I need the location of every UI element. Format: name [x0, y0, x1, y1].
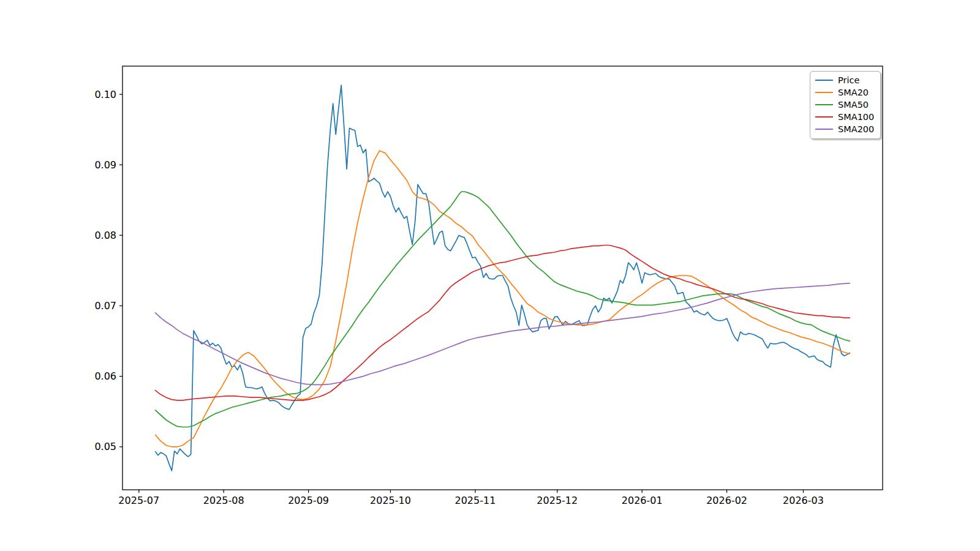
sma200-legend-swatch	[815, 129, 833, 130]
sma50-legend-swatch	[815, 104, 833, 105]
sma200-line	[156, 283, 850, 385]
x-tick-label: 2025-08	[203, 495, 244, 506]
y-tick-label: 0.07	[94, 300, 116, 312]
sma100-line	[156, 246, 850, 400]
y-tick-label: 0.05	[94, 441, 116, 452]
x-tick-label: 2026-02	[706, 495, 747, 506]
legend-item-sma100: SMA100	[815, 111, 875, 122]
sma100-legend-swatch	[815, 116, 833, 118]
x-tick-label: 2025-07	[118, 495, 159, 506]
legend-item-price: Price	[815, 75, 875, 86]
sma200-legend-label: SMA200	[838, 124, 874, 134]
sma20-line	[156, 151, 850, 447]
sma20-legend-label: SMA20	[838, 88, 869, 97]
y-tick-label: 0.08	[94, 230, 116, 241]
x-tick-label: 2026-01	[622, 495, 663, 506]
sma100-legend-label: SMA100	[838, 112, 874, 122]
legend-item-sma200: SMA200	[815, 124, 875, 135]
legend-item-sma20: SMA20	[815, 87, 875, 98]
x-tick-label: 2026-03	[783, 495, 824, 506]
x-tick-label: 2025-11	[454, 495, 496, 506]
legend-item-sma50: SMA50	[815, 99, 875, 110]
price-line	[156, 85, 850, 471]
sma20-legend-swatch	[815, 92, 833, 93]
price-legend-swatch	[815, 80, 833, 81]
sma50-legend-label: SMA50	[838, 100, 869, 110]
legend: Price SMA20 SMA50 SMA100 SMA200	[810, 71, 881, 139]
sma50-line	[156, 192, 850, 427]
x-tick-label: 2025-12	[537, 495, 578, 506]
x-tick-label: 2025-10	[370, 495, 411, 506]
axes-frame	[123, 66, 883, 490]
y-tick-label: 0.06	[94, 370, 116, 382]
figure: 2025-072025-082025-092025-102025-112025-…	[0, 0, 980, 551]
x-tick-label: 2025-09	[288, 495, 329, 506]
price-legend-label: Price	[838, 75, 859, 85]
y-tick-label: 0.09	[94, 159, 116, 171]
y-tick-label: 0.10	[94, 89, 116, 100]
